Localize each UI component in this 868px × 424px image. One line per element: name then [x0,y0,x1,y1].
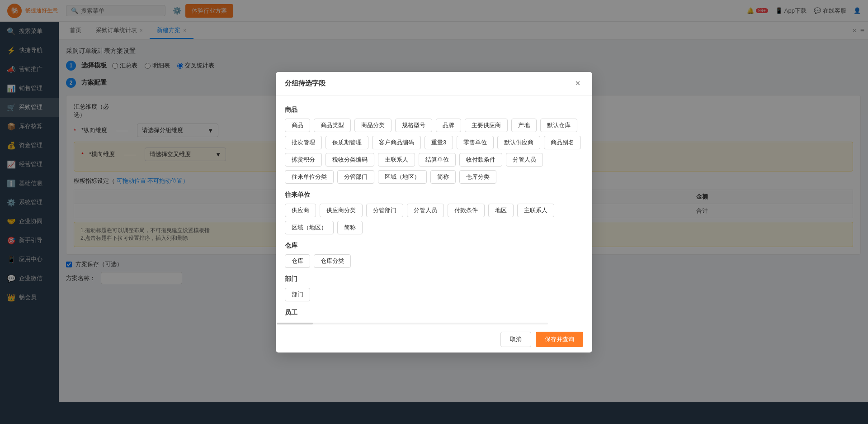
section-title-employee: 员工 [285,309,583,317]
field-tag-partner-6[interactable]: 主联系人 [517,204,554,217]
field-tag-product-0[interactable]: 商品 [285,119,310,132]
section-title-dept: 部门 [285,275,583,283]
field-tag-product-6[interactable]: 产地 [511,119,537,132]
field-tag-product-20[interactable]: 分管人员 [506,153,543,167]
modal-header: 分组待选字段 × [276,72,592,96]
field-tag-partner-1[interactable]: 供应商分类 [320,204,363,217]
field-tag-product-8[interactable]: 批次管理 [285,136,322,149]
field-tag-product-4[interactable]: 品牌 [436,119,461,132]
section-title-partner: 往来单位 [285,191,583,199]
field-tag-dept-0[interactable]: 部门 [285,288,310,301]
field-tag-partner-0[interactable]: 供应商 [285,204,316,217]
field-tag-product-11[interactable]: 重量3 [425,136,453,149]
field-tag-product-12[interactable]: 零售单位 [457,136,494,149]
field-grid-dept: 部门 [285,288,583,301]
field-tag-product-3[interactable]: 规格型号 [395,119,432,132]
field-grid-product: 商品 商品类型 商品分类 规格型号 品牌 主要供应商 产地 默认仓库 批次管理 … [285,119,583,184]
field-tag-product-18[interactable]: 结算单位 [419,153,456,167]
field-tag-product-15[interactable]: 拣货积分 [285,153,322,167]
field-tag-product-19[interactable]: 收付款条件 [459,153,502,167]
field-tag-partner-2[interactable]: 分管部门 [366,204,403,217]
field-tag-product-16[interactable]: 税收分类编码 [326,153,374,167]
field-grid-warehouse: 仓库 仓库分类 [285,254,583,268]
section-title-product: 商品 [285,106,583,114]
modal-body: 商品 商品 商品类型 商品分类 规格型号 品牌 主要供应商 产地 默认仓库 批次… [276,96,592,321]
modal-confirm-button[interactable]: 保存并查询 [536,332,583,347]
section-title-warehouse: 仓库 [285,242,583,250]
field-tag-product-25[interactable]: 仓库分类 [459,170,496,184]
modal-cancel-button[interactable]: 取消 [500,332,531,347]
field-tag-partner-4[interactable]: 付款条件 [448,204,485,217]
field-tag-product-5[interactable]: 主要供应商 [465,119,508,132]
field-tag-product-9[interactable]: 保质期管理 [326,136,368,149]
field-tag-product-14[interactable]: 商品别名 [544,136,581,149]
field-tag-partner-3[interactable]: 分管人员 [407,204,444,217]
field-tag-warehouse-0[interactable]: 仓库 [285,254,310,268]
field-select-modal: 分组待选字段 × 商品 商品 商品类型 商品分类 规格型号 品牌 主要供应商 产… [276,72,592,353]
field-tag-warehouse-1[interactable]: 仓库分类 [314,254,351,268]
field-tag-product-24[interactable]: 简称 [430,170,456,184]
field-tag-product-1[interactable]: 商品类型 [314,119,351,132]
field-tag-product-2[interactable]: 商品分类 [354,119,392,132]
field-tag-product-7[interactable]: 默认仓库 [540,119,577,132]
field-tag-partner-5[interactable]: 地区 [488,204,514,217]
modal-close-button[interactable]: × [572,78,583,89]
field-tag-product-22[interactable]: 分管部门 [337,170,374,184]
field-tag-partner-7[interactable]: 区域（地区） [285,221,334,234]
modal-hscroll[interactable] [276,321,592,325]
field-tag-product-23[interactable]: 区域（地区） [378,170,427,184]
field-tag-partner-8[interactable]: 简称 [337,221,363,234]
field-tag-product-13[interactable]: 默认供应商 [497,136,540,149]
field-tag-product-17[interactable]: 主联系人 [378,153,415,167]
modal-title: 分组待选字段 [285,79,326,88]
modal-footer: 取消 保存并查询 [276,326,592,353]
field-tag-product-21[interactable]: 往来单位分类 [285,170,334,184]
field-tag-product-10[interactable]: 客户商品编码 [372,136,421,149]
field-grid-partner: 供应商 供应商分类 分管部门 分管人员 付款条件 地区 主联系人 区域（地区） … [285,204,583,234]
